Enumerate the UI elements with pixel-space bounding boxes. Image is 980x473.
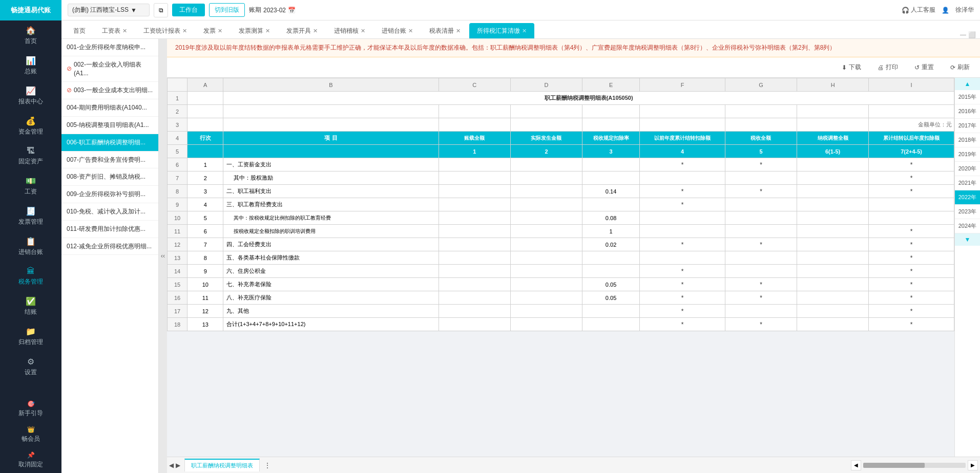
cell-g[interactable]: * — [725, 278, 797, 291]
cell-I2[interactable] — [869, 105, 954, 118]
cell-c[interactable] — [439, 265, 510, 278]
tab-close-icon[interactable]: ✕ — [456, 28, 461, 34]
maximize-window-icon[interactable]: ⬜ — [968, 31, 976, 38]
cell-A3[interactable] — [187, 118, 223, 132]
reset-button[interactable]: ↺ 重置 — [910, 61, 938, 74]
year-2023[interactable]: 2023年 — [955, 205, 980, 219]
cell-d[interactable] — [510, 225, 582, 238]
cell-g[interactable]: * — [725, 158, 797, 171]
cell-g[interactable] — [725, 225, 797, 238]
sidebar-item-purchase-sales[interactable]: 📋 进销台账 — [0, 231, 61, 262]
cell-h[interactable] — [797, 251, 869, 265]
tab-tax-register[interactable]: 税表清册 ✕ — [422, 23, 468, 38]
tab-salary-stats[interactable]: 工资统计报表 ✕ — [136, 23, 195, 38]
cell-H3[interactable] — [797, 118, 869, 132]
cell-g[interactable] — [725, 265, 797, 278]
cell-d[interactable] — [510, 198, 582, 211]
cell-i[interactable]: * — [869, 238, 954, 251]
sidebar-item-finance[interactable]: 💰 资金管理 — [0, 111, 61, 141]
cell-e[interactable]: 0.05 — [582, 278, 640, 291]
cell-d[interactable] — [510, 251, 582, 265]
tab-invoice[interactable]: 发票 ✕ — [196, 23, 230, 38]
tab-purchase-check[interactable]: 进销稽核 ✕ — [326, 23, 373, 38]
cell-c[interactable] — [439, 225, 510, 238]
cell-d[interactable] — [510, 278, 582, 291]
list-item-003[interactable]: ⊘ 003-一般企业成本支出明细... — [61, 82, 158, 99]
sidebar-item-close[interactable]: ✅ 结账 — [0, 291, 61, 321]
cell-e[interactable]: 0.05 — [582, 291, 640, 305]
tab-invoice-calc[interactable]: 发票测算 ✕ — [231, 23, 278, 38]
year-nav-up[interactable]: ▲ — [955, 78, 980, 90]
cell-E2[interactable] — [582, 105, 640, 118]
sheet-tab-main[interactable]: 职工薪酬纳税调整明细表 — [184, 459, 260, 471]
cell-i[interactable] — [869, 211, 954, 225]
sidebar-item-invoice[interactable]: 🧾 发票管理 — [0, 201, 61, 231]
list-item-006[interactable]: 006-职工薪酬纳税调整明细... — [61, 134, 158, 152]
sidebar-item-ledger[interactable]: 📊 总账 — [0, 51, 61, 81]
cell-D2[interactable] — [510, 105, 582, 118]
cell-hangci[interactable]: 2 — [187, 171, 223, 185]
cell-e[interactable] — [582, 251, 640, 265]
sheet-nav-prev[interactable]: ◀ — [169, 462, 174, 469]
cell-e[interactable] — [582, 171, 640, 185]
tab-salary-table[interactable]: 工资表 ✕ — [94, 23, 135, 38]
cell-c[interactable] — [439, 238, 510, 251]
cell-label[interactable]: 二、职工福利支出 — [223, 185, 439, 198]
cell-i[interactable]: * — [869, 278, 954, 291]
cell-d[interactable] — [510, 158, 582, 171]
tab-close-icon[interactable]: ✕ — [265, 28, 270, 34]
year-2015[interactable]: 2015年 — [955, 90, 980, 104]
cell-hangci[interactable]: 3 — [187, 185, 223, 198]
cell-h[interactable] — [797, 225, 869, 238]
user-name[interactable]: 徐泽华 — [955, 6, 974, 14]
cell-i[interactable]: * — [869, 305, 954, 318]
cell-f[interactable]: * — [640, 291, 725, 305]
download-button[interactable]: ⬇ 下载 — [838, 61, 865, 74]
tab-close-icon[interactable]: ✕ — [408, 28, 413, 34]
company-selector[interactable]: (勿删) 江西赣宝-LSS ▼ — [68, 4, 150, 16]
sidebar-item-tax[interactable]: 🏛 税务管理 — [0, 262, 61, 291]
cell-h[interactable] — [797, 238, 869, 251]
tab-close-icon[interactable]: ✕ — [218, 28, 222, 34]
cell-h[interactable] — [797, 278, 869, 291]
cell-f[interactable]: * — [640, 198, 725, 211]
copy-btn[interactable]: ⧉ — [154, 3, 168, 17]
year-2021[interactable]: 2021年 — [955, 176, 980, 190]
cell-h[interactable] — [797, 171, 869, 185]
cell-h[interactable] — [797, 318, 869, 331]
cell-hangci[interactable]: 6 — [187, 225, 223, 238]
list-item-004[interactable]: 004-期间费用明细表(A1040... — [61, 99, 158, 117]
cell-A2[interactable] — [187, 105, 223, 118]
list-item-001[interactable]: 001-企业所得税年度纳税申... — [61, 39, 158, 56]
cell-c[interactable] — [439, 198, 510, 211]
tab-close-icon[interactable]: ✕ — [522, 28, 527, 34]
cell-c[interactable] — [439, 211, 510, 225]
cell-f[interactable] — [640, 251, 725, 265]
cell-f[interactable]: * — [640, 305, 725, 318]
cell-d[interactable] — [510, 211, 582, 225]
switch-version-button[interactable]: 切到旧版 — [209, 3, 245, 17]
cell-h[interactable] — [797, 158, 869, 171]
cell-B3[interactable] — [223, 118, 439, 132]
calendar-icon[interactable]: 📅 — [288, 7, 296, 14]
cell-e[interactable]: 1 — [582, 225, 640, 238]
cell-e[interactable] — [582, 198, 640, 211]
cell-hangci[interactable]: 4 — [187, 198, 223, 211]
tab-tax-settlement[interactable]: 所得税汇算清缴 ✕ — [469, 23, 534, 38]
cell-C3[interactable] — [439, 118, 510, 132]
list-item-009[interactable]: 009-企业所得税弥补亏损明... — [61, 186, 158, 203]
cell-hangci[interactable]: 7 — [187, 238, 223, 251]
sidebar-item-reports[interactable]: 📈 报表中心 — [0, 81, 61, 111]
list-item-012[interactable]: 012-减免企业所得税优惠明细... — [61, 238, 158, 255]
year-2019[interactable]: 2019年 — [955, 147, 980, 162]
cell-f[interactable] — [640, 211, 725, 225]
sidebar-item-assets[interactable]: 🏗 固定资产 — [0, 141, 61, 171]
cell-label[interactable]: 五、各类基本社会保障性缴款 — [223, 251, 439, 265]
cell-A1[interactable] — [187, 92, 223, 105]
cell-h[interactable] — [797, 185, 869, 198]
scroll-left-btn[interactable]: ◀ — [851, 460, 861, 470]
user-avatar[interactable]: 👤 — [942, 7, 949, 14]
cell-c[interactable] — [439, 278, 510, 291]
tab-purchase-ledger[interactable]: 进销台账 ✕ — [374, 23, 421, 38]
cell-hangci[interactable]: 1 — [187, 158, 223, 171]
